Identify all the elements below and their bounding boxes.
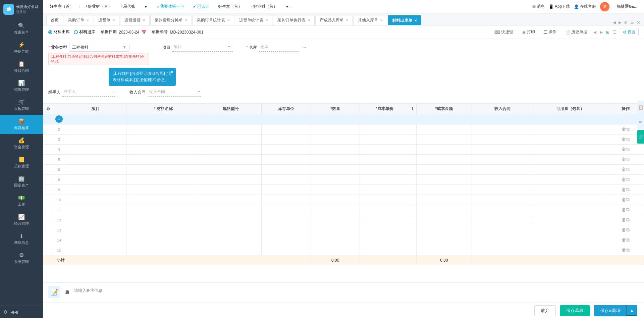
th-settings[interactable]: ⚙	[43, 104, 53, 114]
sidebar-item-ledger[interactable]: 📒 总账管理	[0, 153, 43, 172]
delete-icon[interactable]: 🗑	[622, 126, 626, 132]
tab-material-out[interactable]: 材料出库单 ✕	[388, 15, 421, 25]
radio-material-return[interactable]: 材料退库	[74, 29, 95, 35]
row1-material[interactable]	[126, 114, 200, 124]
app-download-btn[interactable]: 📱 App下载	[549, 4, 570, 9]
user-name[interactable]: 畅捷通8&...	[613, 2, 641, 11]
delete-icon[interactable]: 🗑	[622, 137, 626, 142]
handler-input[interactable]: 经手人 ···	[62, 88, 116, 97]
tab-bar-list-icon[interactable]: ☰	[630, 20, 634, 25]
copy-icon[interactable]: ⧉	[626, 247, 630, 253]
tab-purchase-order[interactable]: 采购订单 ✕	[64, 15, 93, 25]
online-service-btn[interactable]: 👤 在线客服	[574, 4, 596, 9]
history-btn[interactable]: 📄 历史单据	[562, 28, 590, 36]
right-tool-3[interactable]: 🔗	[637, 130, 644, 144]
notes-input[interactable]	[74, 286, 639, 295]
th-info[interactable]: ℹ	[409, 104, 417, 114]
close-all-tabs-icon[interactable]: ✕	[637, 20, 641, 25]
tab-purchase-expense-close[interactable]: ✕	[185, 18, 187, 22]
tab-material-out-close[interactable]: ✕	[414, 19, 417, 22]
tab-purchase-expense[interactable]: 采购费用分摊单 ✕	[150, 15, 192, 25]
tab-purchase-receipt-close[interactable]: ✕	[112, 18, 115, 22]
delete-icon[interactable]: 🗑	[622, 197, 626, 202]
right-tool-1[interactable]: 📋	[637, 101, 644, 114]
tab-bar-grid-icon[interactable]: ⊞	[624, 20, 628, 25]
sidebar-item-sales[interactable]: 📊 销售管理	[0, 76, 43, 96]
settings-btn[interactable]: ⚙ 设置	[620, 28, 639, 36]
discard-btn[interactable]: 放弃	[534, 305, 556, 316]
tab-receipt-stat-close[interactable]: ✕	[265, 18, 268, 22]
top-nav-experience[interactable]: ○ 我要体验一下	[153, 2, 187, 11]
delete-icon[interactable]: 🗑	[622, 167, 626, 172]
top-nav-certified[interactable]: ✔ 已认证	[190, 2, 213, 11]
top-nav-hyc2[interactable]: +好业财（首）	[248, 2, 281, 11]
tab-bar-forward-icon[interactable]: ▶	[619, 20, 622, 25]
sidebar-item-search[interactable]: 🔍 搜索菜单	[0, 19, 43, 38]
nav-prev-icon[interactable]: ◀	[593, 30, 596, 35]
nav-next-icon[interactable]: ▶	[600, 30, 603, 35]
top-nav-more[interactable]: +...	[283, 3, 295, 10]
tab-purchase-return[interactable]: 进货退货 ✕	[120, 15, 150, 25]
save-new-main-btn[interactable]: 保存&新增	[594, 305, 627, 316]
sidebar-item-inventory[interactable]: 📦 库存核算	[0, 115, 43, 134]
sidebar-item-project-contract[interactable]: 📋 项目合同	[0, 57, 43, 76]
tab-purchase-stat-close[interactable]: ✕	[227, 18, 230, 22]
sidebar-item-quick-nav[interactable]: ⚡ 快捷导航	[0, 38, 43, 57]
tab-bar-back-icon[interactable]: ◀	[613, 20, 616, 25]
delete-icon[interactable]: 🗑	[622, 177, 626, 182]
top-nav-dropdown-arrow[interactable]: ▼	[141, 3, 151, 10]
right-tool-2[interactable]: ✏	[637, 115, 644, 129]
tab-purchase-exec[interactable]: 采购订单执行表 ✕	[273, 15, 315, 25]
shortcut-btn[interactable]: ⌨ 快捷键	[492, 28, 516, 36]
top-nav-hsy2[interactable]: 好生意（首）	[215, 2, 246, 11]
sidebar-item-system[interactable]: ⚙ 系统管理	[0, 249, 43, 268]
tab-receipt-stat[interactable]: 进货单统计表 ✕	[235, 15, 272, 25]
copy-icon[interactable]: ⧉	[626, 217, 630, 222]
save-new-arrow-btn[interactable]: ▲	[627, 305, 637, 316]
delete-icon[interactable]: 🗑	[622, 217, 626, 222]
tab-purchase-stat[interactable]: 采购订单统计表 ✕	[193, 15, 234, 25]
message-btn[interactable]: ✉ 消息	[532, 4, 545, 9]
tab-purchase-return-close[interactable]: ✕	[143, 18, 145, 22]
biz-type-select[interactable]: 工程领料 ▼	[69, 43, 129, 52]
top-nav-ydz[interactable]: +易代账	[117, 2, 139, 11]
tab-purchase-exec-close[interactable]: ✕	[308, 18, 310, 22]
add-row-btn[interactable]: +	[55, 115, 63, 123]
copy-icon[interactable]: ⧉	[626, 207, 630, 212]
notes-icon[interactable]: 📝	[48, 286, 60, 298]
delete-icon[interactable]: 🗑	[622, 227, 626, 232]
copy-icon[interactable]: ⧉	[626, 167, 630, 172]
save-draft-btn[interactable]: 保存草稿	[560, 305, 590, 316]
calendar-icon[interactable]: 📅	[141, 30, 146, 35]
sidebar-item-finance[interactable]: 💰 资金管理	[0, 134, 43, 153]
tab-purchase-receipt[interactable]: 进货单 ✕	[94, 15, 119, 25]
delete-icon[interactable]: 🗑	[622, 247, 626, 253]
delete-icon[interactable]: 🗑	[622, 157, 626, 162]
copy-icon[interactable]: ⧉	[626, 227, 630, 232]
tab-purchase-order-close[interactable]: ✕	[86, 18, 89, 22]
sidebar-item-salary[interactable]: 💵 工资	[0, 191, 43, 210]
copy-icon[interactable]: ⧉	[626, 126, 630, 132]
copy-icon[interactable]: ⧉	[626, 137, 630, 142]
sidebar-item-basic-info[interactable]: ℹ 基础信息	[0, 229, 43, 249]
delete-icon[interactable]: 🗑	[622, 187, 626, 192]
top-nav-hyc1[interactable]: +好业财（首）	[82, 2, 115, 11]
delete-icon[interactable]: 🗑	[622, 207, 626, 212]
print-btn[interactable]: 🖨 打印	[519, 28, 538, 36]
sidebar-item-business[interactable]: 📈 经营管理	[0, 210, 43, 229]
tab-product-in-close[interactable]: ✕	[346, 18, 348, 22]
copy-icon[interactable]: ⧉	[626, 187, 630, 192]
copy-icon[interactable]: ⧉	[626, 237, 630, 243]
delete-icon[interactable]: 🗑	[622, 237, 626, 243]
tab-other-in-close[interactable]: ✕	[380, 18, 383, 22]
income-contract-input[interactable]: 收入合同 ···	[148, 88, 201, 97]
grid-view-icon[interactable]: ⊞	[606, 30, 609, 35]
tab-product-in[interactable]: 产成品入库单 ✕	[315, 15, 353, 25]
tab-home[interactable]: 首页	[46, 15, 63, 25]
radio-material-out[interactable]: 材料出库	[48, 29, 70, 35]
copy-icon[interactable]: ⧉	[626, 147, 630, 152]
row1-project[interactable]	[65, 114, 126, 124]
tooltip-close-btn[interactable]: ✕	[170, 69, 174, 75]
sidebar-item-fixed-assets[interactable]: 🏢 固定资产	[0, 172, 43, 191]
project-input[interactable]: 项目 ···	[172, 43, 233, 52]
